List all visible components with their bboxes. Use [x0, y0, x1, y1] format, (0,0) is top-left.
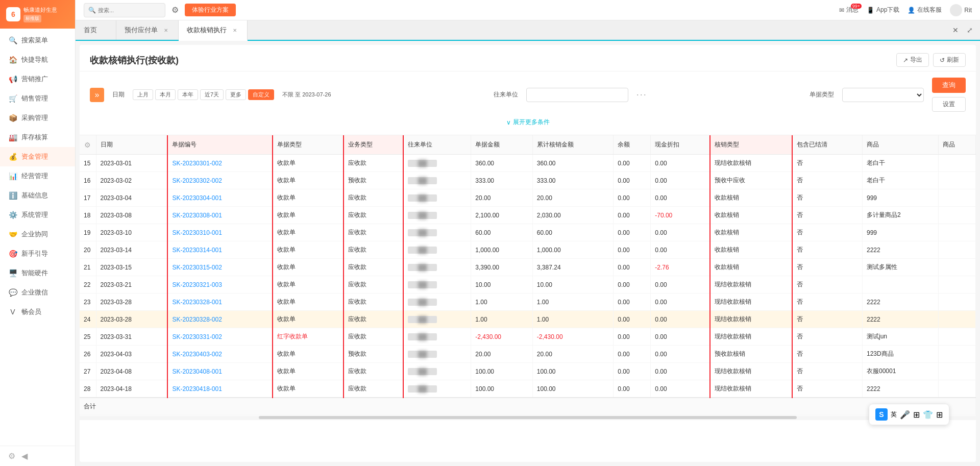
sidebar-item-label: 搜索菜单	[21, 36, 48, 45]
online-service-item[interactable]: 👤 在线客服	[908, 6, 942, 14]
voucher-type-label: 单据类型	[810, 90, 834, 99]
watermark-mic-icon[interactable]: 🎤	[900, 410, 910, 420]
export-button[interactable]: ↗ 导出	[896, 53, 929, 67]
sidebar-item-label: 销售管理	[21, 94, 48, 103]
sidebar-item-hardware[interactable]: 🖥️ 智能硬件	[0, 263, 75, 283]
row-voucher-no[interactable]: SK-20230331-002	[167, 328, 272, 346]
message-item[interactable]: ✉ 消息 99+	[839, 6, 859, 14]
row-voucher-no[interactable]: SK-20230418-001	[167, 380, 272, 398]
tab-receivable-close-icon[interactable]: ✕	[231, 26, 239, 34]
voucher-link[interactable]: SK-20230328-001	[172, 299, 222, 306]
this-year-button[interactable]: 本年	[178, 89, 198, 100]
voucher-link[interactable]: SK-20230301-002	[172, 160, 222, 167]
row-voucher-no[interactable]: SK-20230310-001	[167, 224, 272, 241]
topbar-gear-icon[interactable]: ⚙	[172, 5, 179, 15]
row-write-off-type: 现结收款核销	[710, 380, 792, 398]
row-goods2	[938, 259, 975, 276]
refresh-button[interactable]: ↺ 刷新	[933, 53, 966, 67]
topbar-search-input[interactable]	[98, 7, 149, 13]
partner-label: 往来单位	[494, 90, 518, 99]
voucher-link[interactable]: SK-20230314-001	[172, 247, 222, 254]
sidebar-item-enterprise[interactable]: 🤝 企业协同	[0, 225, 75, 244]
sidebar-item-search[interactable]: 🔍 搜索菜单	[0, 31, 75, 50]
col-settings[interactable]: ⚙	[80, 135, 96, 155]
voucher-link[interactable]: SK-20230310-001	[172, 229, 222, 236]
query-button[interactable]: 查询	[932, 78, 966, 93]
voucher-link[interactable]: SK-20230403-002	[172, 351, 222, 358]
row-voucher-no[interactable]: SK-20230301-002	[167, 155, 272, 172]
search-nav-icon: 🔍	[8, 36, 17, 45]
watermark-shirt-icon[interactable]: 👕	[923, 410, 933, 420]
sidebar-item-guide[interactable]: 🎯 新手引导	[0, 244, 75, 263]
last-7-days-button[interactable]: 近7天	[200, 89, 224, 100]
voucher-type-select[interactable]	[842, 88, 924, 102]
sidebar-item-basic[interactable]: ℹ️ 基础信息	[0, 186, 75, 205]
app-download-item[interactable]: 📱 App下载	[867, 6, 899, 14]
settings-button[interactable]: 设置	[932, 97, 966, 112]
tab-prepay-close-icon[interactable]: ✕	[162, 26, 170, 34]
scrollbar-thumb[interactable]	[259, 416, 797, 419]
row-balance: 0.00	[614, 189, 651, 207]
column-settings-icon[interactable]: ⚙	[84, 141, 91, 149]
row-amount: 100.00	[471, 380, 533, 398]
voucher-link[interactable]: SK-20230328-002	[172, 316, 222, 323]
voucher-link[interactable]: SK-20230302-002	[172, 177, 222, 184]
row-voucher-no[interactable]: SK-20230315-002	[167, 259, 272, 276]
sidebar-item-operations[interactable]: 📊 经营管理	[0, 166, 75, 186]
row-amount: -2,430.00	[471, 328, 533, 346]
voucher-link[interactable]: SK-20230315-002	[172, 264, 222, 271]
sidebar-item-inventory[interactable]: 🏭 库存核算	[0, 128, 75, 147]
voucher-link[interactable]: SK-20230321-003	[172, 281, 222, 288]
sidebar-item-member[interactable]: V 畅会员	[0, 302, 75, 322]
sidebar-item-quicknav[interactable]: 🏠 快捷导航	[0, 50, 75, 69]
more-dates-button[interactable]: 更多	[226, 89, 246, 100]
tab-receivable[interactable]: 收款核销执行 ✕	[179, 20, 248, 41]
horizontal-scrollbar[interactable]	[80, 416, 976, 420]
this-month-button[interactable]: 本月	[155, 89, 176, 100]
tab-prepay[interactable]: 预付应付单 ✕	[116, 20, 179, 40]
sidebar-item-wechat[interactable]: 💬 企业微信	[0, 283, 75, 302]
tab-maximize-icon[interactable]: ⤢	[964, 24, 976, 36]
sidebar-item-finance[interactable]: 💰 资金管理	[0, 147, 75, 166]
row-voucher-no[interactable]: SK-20230314-001	[167, 241, 272, 259]
user-item[interactable]: Rit	[950, 4, 972, 16]
row-voucher-no[interactable]: SK-20230304-001	[167, 189, 272, 207]
voucher-link[interactable]: SK-20230418-001	[172, 385, 222, 393]
sidebar-settings-icon[interactable]: ⚙	[8, 451, 15, 461]
voucher-link[interactable]: SK-20230408-001	[172, 368, 222, 375]
custom-date-button[interactable]: 自定义	[248, 89, 274, 100]
tab-home[interactable]: 首页	[76, 20, 116, 40]
watermark-grid-icon[interactable]: ⊞	[913, 410, 920, 420]
voucher-link[interactable]: SK-20230308-001	[172, 212, 222, 219]
sidebar-item-label: 快捷导航	[21, 55, 48, 64]
sidebar-item-purchase[interactable]: 📦 采购管理	[0, 108, 75, 128]
topbar-search[interactable]: 🔍	[84, 3, 165, 17]
row-write-off-type: 现结收款核销	[710, 311, 792, 328]
filter-toggle-button[interactable]: »	[90, 88, 104, 102]
row-voucher-no[interactable]: SK-20230302-002	[167, 172, 272, 189]
tab-close-all-icon[interactable]: ✕	[949, 24, 962, 36]
sidebar-item-sales[interactable]: 🛒 销售管理	[0, 89, 75, 108]
sidebar-item-system[interactable]: ⚙️ 系统管理	[0, 205, 75, 225]
table-footer-total-label: 合计	[80, 398, 976, 415]
voucher-link[interactable]: SK-20230331-002	[172, 333, 222, 340]
voucher-link[interactable]: SK-20230304-001	[172, 194, 222, 202]
watermark-apps-icon[interactable]: ⊞	[936, 410, 943, 420]
sidebar-item-marketing[interactable]: 📢 营销推广	[0, 69, 75, 89]
row-cash-discount: 0.00	[651, 241, 710, 259]
system-icon: ⚙️	[8, 210, 17, 219]
expand-conditions-button[interactable]: ∨ 展开更多条件	[506, 118, 550, 127]
row-voucher-no[interactable]: SK-20230403-002	[167, 346, 272, 363]
last-month-button[interactable]: 上月	[133, 89, 153, 100]
row-voucher-no[interactable]: SK-20230408-001	[167, 363, 272, 380]
partner-input[interactable]	[526, 88, 628, 102]
row-voucher-no[interactable]: SK-20230321-003	[167, 276, 272, 293]
row-voucher-no[interactable]: SK-20230328-002	[167, 311, 272, 328]
solution-button[interactable]: 体验行业方案	[185, 4, 236, 16]
row-voucher-no[interactable]: SK-20230308-001	[167, 207, 272, 224]
tab-home-label: 首页	[84, 26, 97, 35]
row-voucher-no[interactable]: SK-20230328-001	[167, 293, 272, 311]
sidebar-collapse-icon[interactable]: ◀	[21, 451, 28, 461]
row-goods2	[938, 276, 975, 293]
row-goods1: 老白干	[862, 172, 938, 189]
